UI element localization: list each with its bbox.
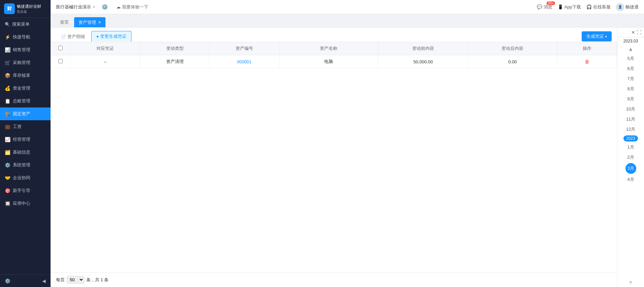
- user-menu[interactable]: 👤 畅捷通: [616, 3, 639, 11]
- date-item-8[interactable]: 8月: [617, 84, 644, 94]
- purchase-icon: 🛒: [5, 60, 10, 65]
- date-item-10[interactable]: 10月: [617, 104, 644, 114]
- panel-up-nav[interactable]: ▲: [617, 45, 644, 54]
- generate-btn-arrow-icon: ▾: [605, 35, 607, 38]
- date-item-3-active[interactable]: 3月: [625, 163, 636, 174]
- col-header-op: 操作: [557, 42, 617, 55]
- enterprise-icon: 🤝: [5, 175, 10, 181]
- sidebar-item-newbie[interactable]: 🎯 新手引导: [0, 184, 51, 197]
- select-all-checkbox[interactable]: [58, 46, 63, 50]
- sidebar-nav: ⚡ 快捷导航 📊 销售管理 🛒 采购管理 📦 库存核算 💰 资金管理 📋 总账管…: [0, 31, 51, 275]
- tab-home[interactable]: 首页: [56, 17, 73, 27]
- sidebar-bottom: ⚙️ ◀: [0, 275, 51, 287]
- date-item-1[interactable]: 1月: [617, 142, 644, 152]
- sidebar-item-sales[interactable]: 📊 销售管理: [0, 43, 51, 56]
- app-logo: 财 畅捷通好业财 普及版: [0, 0, 51, 18]
- col-header-type: 变动类型: [140, 42, 209, 55]
- sidebar-item-fixed-assets[interactable]: 🏗️ 固定资产: [0, 107, 51, 120]
- date-item-6[interactable]: 6月: [617, 64, 644, 74]
- right-panel-header: ✕ ⛶: [617, 28, 644, 37]
- experience-icon: ☁: [116, 4, 121, 9]
- sidebar-item-basic-info[interactable]: 🗂️ 基础信息: [0, 146, 51, 159]
- current-year-badge[interactable]: 2023: [623, 135, 638, 141]
- delete-button[interactable]: 🗑: [585, 59, 589, 64]
- settings-bottom-icon[interactable]: ⚙️: [5, 278, 10, 284]
- per-page-select[interactable]: 10 20 50 100: [67, 276, 84, 284]
- date-item-7[interactable]: 7月: [617, 74, 644, 84]
- sidebar-item-system[interactable]: ⚙️ 系统管理: [0, 159, 51, 171]
- row-checkbox-cell[interactable]: [51, 55, 70, 68]
- asset-detail-icon: 📄: [61, 34, 66, 39]
- service-icon: 🎧: [586, 4, 592, 9]
- panel-year-label: 2023.03: [617, 37, 644, 45]
- settings-icon[interactable]: ⚙️: [101, 4, 108, 10]
- row-voucher: --: [70, 55, 140, 68]
- row-after-content: 0.00: [468, 55, 557, 68]
- newbie-icon: 🎯: [5, 188, 10, 193]
- up-arrow-icon: ▲: [628, 46, 634, 52]
- col-header-after: 变动后内容: [468, 42, 557, 55]
- inventory-icon: 📦: [5, 73, 10, 78]
- sidebar-item-quick-nav[interactable]: ⚡ 快捷导航: [0, 31, 51, 43]
- basic-info-icon: 🗂️: [5, 150, 10, 155]
- messages-badge: 99+: [547, 1, 555, 5]
- panel-expand-icon[interactable]: ⛶: [637, 30, 641, 35]
- date-item-2[interactable]: 2月: [617, 152, 644, 162]
- date-item-11[interactable]: 11月: [617, 114, 644, 124]
- sidebar-item-app-center[interactable]: 🔲 应用中心: [0, 197, 51, 210]
- sidebar-item-inventory[interactable]: 📦 库存核算: [0, 69, 51, 82]
- sidebar-item-enterprise[interactable]: 🤝 企业协同: [0, 171, 51, 184]
- online-service-button[interactable]: 🎧 在线客服: [586, 4, 611, 10]
- search-icon: 🔍: [5, 22, 10, 27]
- fixed-assets-icon: 🏗️: [5, 111, 10, 117]
- avatar: 👤: [616, 3, 624, 11]
- date-item-5[interactable]: 5月: [617, 54, 644, 64]
- sales-icon: 📊: [5, 47, 10, 53]
- table-row: -- 资产清理 000001 电脑 50,000.00 0.00 🗑: [51, 55, 617, 68]
- message-icon: 💬: [537, 4, 542, 9]
- change-voucher-icon: ●: [96, 34, 99, 39]
- top-header: 医疗器械行业演示 ▾ ⚙️ ☁ 我要体验一下 💬 消息 99+ 📱 App下载 …: [51, 0, 644, 14]
- system-icon: ⚙️: [5, 162, 10, 168]
- company-selector[interactable]: 医疗器械行业演示 ▾: [56, 4, 95, 10]
- col-header-name: 资产名称: [279, 42, 378, 55]
- col-header-num: 资产编号: [210, 42, 279, 55]
- sidebar-item-funds[interactable]: 💰 资金管理: [0, 82, 51, 95]
- panel-close-icon[interactable]: ✕: [631, 30, 635, 35]
- select-all-checkbox-header[interactable]: [51, 42, 70, 55]
- company-name: 医疗器械行业演示: [56, 4, 91, 10]
- logo-text: 畅捷通好业财 普及版: [17, 4, 41, 14]
- sidebar-item-operations[interactable]: 📈 经营管理: [0, 133, 51, 146]
- data-table: 对应凭证 变动类型 资产编号 资产名称 变动前内容 变动后内容 操作: [51, 42, 617, 68]
- messages-button[interactable]: 💬 消息 99+: [537, 4, 552, 10]
- generate-voucher-button[interactable]: 生成凭证 ▾: [582, 31, 612, 41]
- operations-icon: 📈: [5, 137, 10, 142]
- pagination: 每页 10 20 50 100 条，共 1 条: [51, 272, 617, 287]
- app-center-icon: 🔲: [5, 201, 10, 206]
- row-asset-num: 000001: [210, 55, 279, 68]
- date-item-12[interactable]: 12月: [617, 124, 644, 134]
- download-icon: 📱: [558, 4, 563, 9]
- collapse-icon[interactable]: ◀: [42, 278, 46, 284]
- content-main: 📄 资产明细 ● 变更生成凭证 生成凭证 ▾: [51, 28, 617, 287]
- sidebar-item-salary[interactable]: 💼 工资: [0, 120, 51, 133]
- sidebar-item-ledger[interactable]: 📋 总账管理: [0, 95, 51, 107]
- search-menu-item[interactable]: 🔍 搜索菜单: [0, 18, 51, 31]
- tab-close-icon[interactable]: ✕: [98, 20, 101, 25]
- row-checkbox[interactable]: [58, 59, 63, 63]
- tab-change-voucher[interactable]: ● 变更生成凭证: [91, 31, 131, 42]
- panel-down-nav[interactable]: ▼: [617, 278, 644, 287]
- date-list: 5月 6月 7月 8月 9月 10月 11月 12月 2023 1月 2月 3月…: [617, 54, 644, 278]
- tab-asset-detail[interactable]: 📄 资产明细: [56, 31, 90, 42]
- row-before-content: 50,000.00: [378, 55, 468, 68]
- salary-icon: 💼: [5, 124, 10, 129]
- tab-asset-mgmt[interactable]: 资产管理 ✕: [74, 17, 105, 27]
- sidebar-item-purchase[interactable]: 🛒 采购管理: [0, 56, 51, 69]
- app-download-button[interactable]: 📱 App下载: [558, 4, 581, 10]
- experience-button[interactable]: ☁ 我要体验一下: [116, 4, 148, 10]
- company-dropdown-icon: ▾: [93, 5, 95, 9]
- date-item-4[interactable]: 4月: [617, 174, 644, 185]
- row-op-cell: 🗑: [557, 55, 617, 68]
- row-asset-name: 电脑: [279, 55, 378, 68]
- date-item-9[interactable]: 9月: [617, 94, 644, 104]
